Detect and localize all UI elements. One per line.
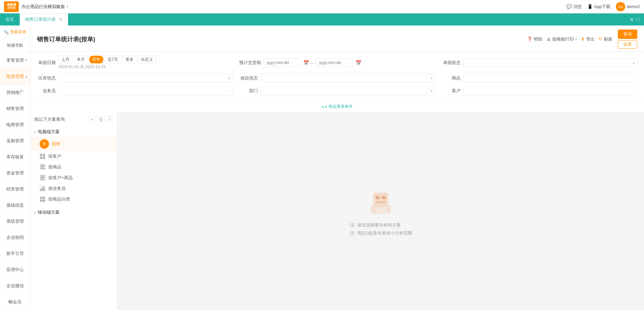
export-icon: ⬆ (581, 37, 585, 42)
sidebar-item-sales[interactable]: 销售管理 (0, 101, 30, 117)
solution-by-order[interactable]: 按 按单 (30, 137, 117, 151)
sidebar-item-operation[interactable]: 经营管理 (0, 181, 30, 197)
pc-group-header[interactable]: ▾ 电脑端方案 (30, 127, 117, 137)
app-selector[interactable]: 办公用品行业模拟账套 ▾ (21, 4, 68, 10)
customer-field: 客户 ··· (442, 87, 637, 95)
sidebar-item-marketing[interactable]: 营销推广 (0, 85, 30, 101)
collapse-bar[interactable]: ∧∧ 收起更多条件 (30, 101, 644, 112)
this-month-btn[interactable]: 本月 (74, 56, 88, 63)
app-logo: 畅捷通 好生意 (4, 1, 19, 12)
product-input[interactable] (463, 74, 637, 83)
sidebar-quick-nav[interactable]: 快捷导航 (0, 39, 30, 52)
export-btn[interactable]: ⬆ 导出 (581, 36, 595, 42)
sidebar-item-wholesale[interactable]: 批发管理 ▴ (0, 68, 30, 85)
solution-by-category[interactable]: 按商品分类 (30, 194, 117, 205)
sidebar-item-newbie[interactable]: 新手引导 (0, 246, 30, 262)
page-header: 销售订单统计表(按单) ❓ 帮助 🖨 按模板打印 ▾ ⬆ (30, 25, 644, 52)
receipt-status-select-wrap: ▾ (261, 74, 435, 83)
app-download-btn[interactable]: 📱 App下载 (587, 4, 610, 10)
solution-by-salesperson[interactable]: 按业务员 (30, 183, 117, 194)
svg-rect-0 (40, 154, 42, 156)
delivery-status-field: 出库状态 ▾ (37, 74, 232, 83)
sidebar-search[interactable]: 🔍 搜索菜单 (0, 25, 30, 39)
last7days-btn[interactable]: 近7天 (105, 56, 121, 63)
delivery-status-select[interactable] (58, 74, 232, 83)
customer-input[interactable] (463, 87, 637, 95)
top-right-btns: 查询 设置 (618, 30, 637, 49)
bill-status-select-wrap: ▾ (463, 58, 637, 67)
help-btn[interactable]: ❓ 帮助 (527, 36, 542, 42)
tab-close-btn[interactable]: ✕ (59, 17, 62, 22)
receipt-status-field: 收款状态 ▾ (239, 74, 435, 83)
bill-status-select[interactable] (463, 58, 637, 67)
solution-by-customer-product[interactable]: 按客户+商品 (30, 172, 117, 183)
sidebar-item-ecom[interactable]: 电商管理 (0, 117, 30, 133)
salesperson-label: 业务员 (37, 88, 56, 94)
sidebar-item-appcenter[interactable]: 应用中心 (0, 262, 30, 278)
query-panel: 单据日期 上月 本月 本年 近7天 更多 自定义 2023-01-01 至 20… (30, 52, 644, 101)
pc-solution-group: ▾ 电脑端方案 按 按单 按客 (30, 125, 117, 206)
sidebar-item-purchase[interactable]: 采购管理 (0, 133, 30, 149)
refresh-btn[interactable]: ↻ 刷新 (599, 36, 612, 42)
tab-home[interactable]: 首页 (0, 13, 20, 25)
salesperson-input[interactable] (58, 87, 232, 95)
main-layout: 🔍 搜索菜单 快捷导航 零售管理 ▾ 批发管理 ▴ 营销推广 销售管理 电商管理… (0, 25, 644, 310)
by-customer-product-icon (40, 175, 46, 181)
calendar-icon-end[interactable]: 📅 (356, 60, 361, 65)
sidebar-item-wechat[interactable]: 企业微信 (0, 278, 30, 294)
svg-rect-11 (42, 188, 43, 191)
sidebar-item-collab[interactable]: 企业协同 (0, 229, 30, 246)
product-ellipsis[interactable]: ··· (632, 76, 635, 81)
empty-illustration (364, 186, 397, 219)
collapse-solution-btn[interactable]: « (106, 116, 113, 123)
delivery-date-start[interactable] (264, 58, 301, 67)
hint-list: 1 请先选择要分析的方案 2 用[过滤]条件来缩小分析范围 (349, 222, 412, 236)
message-icon: 💬 (567, 4, 572, 9)
custom-btn[interactable]: 自定义 (138, 56, 156, 63)
delivery-date-end[interactable] (316, 58, 353, 67)
tab-sales-order-stat[interactable]: 销售订单统计表 ✕ (20, 13, 68, 25)
last-month-btn[interactable]: 上月 (58, 56, 72, 63)
window-maximize-btn[interactable]: □ (637, 16, 640, 22)
date-separator: — (310, 60, 315, 65)
collapse-icon: ∧∧ (321, 104, 327, 109)
svg-rect-2 (40, 157, 42, 159)
page-title-row: 销售订单统计表(按单) ❓ 帮助 🖨 按模板打印 ▾ ⬆ (37, 30, 637, 49)
hint-item-1: 1 请先选择要分析的方案 (349, 222, 412, 228)
more-btn[interactable]: 更多 (122, 56, 137, 63)
bill-date-label: 单据日期 (37, 60, 56, 66)
add-solution-btn[interactable]: + (89, 116, 96, 123)
settings-button[interactable]: 设置 (618, 40, 637, 49)
settings-solution-btn[interactable]: ⚙ (98, 116, 104, 123)
sidebar-item-inventory[interactable]: 库存核算 (0, 149, 30, 165)
sidebar-item-basic[interactable]: 基础信息 (0, 197, 30, 213)
print-dropdown-arrow[interactable]: ▾ (575, 37, 577, 41)
print-btn[interactable]: 🖨 按模板打印 ▾ (546, 36, 577, 42)
user-avatar[interactable]: Ea demo2 (616, 2, 640, 11)
salesperson-ellipsis[interactable]: ··· (227, 89, 230, 93)
window-close-btn[interactable]: ✕ (630, 16, 634, 23)
message-btn[interactable]: 💬 消息 (567, 4, 582, 10)
department-select[interactable] (261, 87, 435, 95)
sidebar-item-system[interactable]: 系统管理 (0, 213, 30, 229)
solution-by-product[interactable]: 按商品 (30, 162, 117, 172)
product-input-wrap: ··· (463, 74, 637, 83)
query-button[interactable]: 查询 (618, 30, 637, 39)
this-year-btn[interactable]: 本年 (89, 56, 103, 63)
calendar-icon-start[interactable]: 📅 (303, 60, 309, 65)
body-area: 按以下方案查询 + ⚙ « ▾ 电脑端方案 (30, 112, 644, 310)
receipt-status-select[interactable] (261, 74, 435, 83)
product-label: 商品 (442, 75, 461, 81)
salesperson-input-wrap: ··· (58, 87, 232, 95)
left-panel-actions: + ⚙ « (89, 116, 113, 123)
refresh-icon: ↻ (599, 37, 602, 42)
sidebar-item-member[interactable]: 畅会员 (0, 294, 30, 310)
svg-rect-19 (376, 196, 380, 199)
mobile-solution-group: ▸ 移动端方案 (30, 206, 117, 219)
svg-rect-24 (374, 207, 387, 214)
sidebar-item-retail[interactable]: 零售管理 ▾ (0, 52, 30, 68)
customer-ellipsis[interactable]: ··· (632, 89, 635, 93)
mobile-group-header[interactable]: ▸ 移动端方案 (30, 207, 117, 217)
solution-by-customer[interactable]: 按客户 (30, 151, 117, 162)
sidebar-item-finance[interactable]: 资金管理 (0, 165, 30, 181)
